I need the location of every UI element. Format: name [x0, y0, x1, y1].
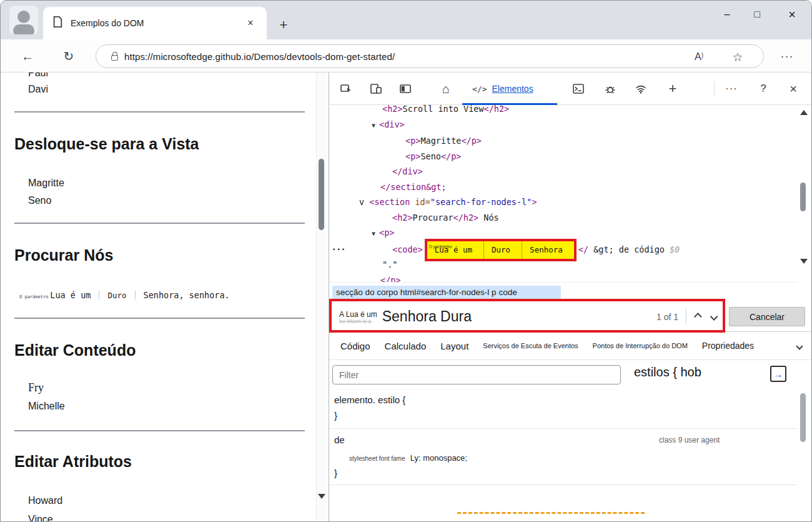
dom-text: "." — [382, 259, 397, 269]
code-fragment: Duro — [107, 291, 126, 300]
new-tab-button[interactable]: + — [274, 16, 293, 34]
dom-breadcrumb-bar: secção do corpo html#search-for-nodes-l … — [329, 282, 797, 301]
dom-tree-node[interactable]: ▼ <div> — [329, 117, 797, 134]
profile-avatar[interactable] — [9, 6, 38, 34]
list-item: Paul — [28, 73, 48, 79]
add-tools-icon[interactable]: + — [662, 81, 683, 97]
dom-tree-node[interactable]: •••<code>Lua é umO parâmetroDuroSenhora<… — [329, 242, 797, 258]
hov-cls-label[interactable]: estilos { hob — [634, 365, 701, 379]
dom-tree: <h2>Scroll into View</h2>▼ <div><p>Magri… — [329, 105, 797, 282]
debug-bug-icon[interactable] — [600, 81, 621, 97]
dom-tag: <p> — [405, 151, 420, 161]
back-button[interactable]: ← — [18, 47, 37, 66]
dom-tree-node[interactable]: <p>Magritte</p> — [329, 133, 797, 149]
tab-event-listeners[interactable]: Serviços de Escuta de Eventos — [483, 342, 578, 349]
tab-properties[interactable]: Propriedades — [702, 341, 754, 351]
list-item: Howard — [28, 495, 62, 506]
dom-tree-node[interactable]: <h2>Scroll into View</h2> — [329, 105, 797, 117]
home-icon[interactable]: ⌂ — [435, 81, 457, 97]
list-item: Davi — [28, 84, 48, 95]
console-icon[interactable] — [568, 81, 589, 97]
page-favicon — [52, 16, 63, 31]
dom-tag: <p> — [405, 136, 420, 146]
read-aloud-icon[interactable]: A) — [690, 48, 708, 66]
breadcrumb[interactable]: secção do corpo html#search-for-nodes-l … — [332, 286, 561, 299]
close-devtools-icon[interactable]: × — [783, 81, 804, 97]
rule-divider — [329, 484, 797, 485]
translation-micro-label: stylesheet font fame — [349, 455, 405, 462]
scrollbar-thumb[interactable] — [800, 393, 806, 442]
tab-layout[interactable]: Layout — [440, 341, 468, 351]
filter-input[interactable] — [332, 365, 621, 384]
search-input[interactable]: A Lua é um he Moon is a Senhora Dura 1 o… — [329, 301, 724, 332]
rule-origin-label: class 9 user agent — [659, 436, 720, 444]
tab-styles[interactable]: Código — [340, 341, 370, 351]
close-window-button[interactable]: × — [778, 1, 806, 28]
scrollbar-thumb[interactable] — [800, 183, 806, 211]
list-item: Fry — [28, 381, 44, 394]
scroll-up-icon[interactable] — [800, 110, 808, 115]
browser-tab[interactable]: Exemplos do DOM × — [43, 7, 267, 39]
element-style-selector[interactable]: elemento. estilo { — [334, 394, 405, 405]
dom-tree-node[interactable]: <h2>Procurar</h2> Nós — [329, 210, 797, 226]
more-options-icon[interactable]: ··· — [721, 81, 742, 97]
toolbar-divider — [714, 81, 715, 96]
dom-text: Nós — [478, 213, 499, 223]
search-query-large: Senhora Dura — [382, 308, 472, 325]
section-heading: Desloque-se para a Vista — [14, 135, 199, 153]
lock-icon[interactable] — [111, 55, 118, 61]
network-conditions-icon[interactable] — [630, 81, 651, 97]
avatar-body-icon — [13, 24, 34, 34]
styles-pane: elemento. estilo { } de class 9 user age… — [329, 389, 812, 522]
previous-match-icon[interactable] — [686, 306, 705, 328]
dom-tag: <code> — [392, 244, 423, 254]
scroll-down-icon[interactable] — [318, 499, 325, 510]
title-bar: Exemplos do DOM × + – □ × — [1, 1, 811, 39]
inspect-element-icon[interactable] — [335, 81, 357, 97]
styles-filter-row: estilos { hob → — [329, 360, 812, 389]
favorites-star-icon[interactable]: ☆ — [728, 48, 747, 66]
search-query-small: A Lua é um he Moon is a — [339, 310, 377, 324]
tabs-overflow-chevron-icon[interactable] — [797, 340, 802, 351]
dom-tag: </div> — [392, 166, 423, 176]
settings-more-icon[interactable]: ··· — [778, 47, 796, 66]
tab-elements[interactable]: </> Elementos — [462, 73, 543, 105]
minimize-button[interactable]: – — [713, 1, 741, 28]
list-item: Seno — [28, 195, 51, 206]
styles-panel-tabs: Código Calculado Layout Serviços de Escu… — [329, 332, 812, 360]
dom-tag: <section — [369, 197, 410, 207]
dom-tree-node[interactable]: v <section id="search-for-nodes-l"> — [329, 194, 797, 210]
tab-dom-breakpoints[interactable]: Pontos de Interrupção do DOM — [593, 342, 688, 349]
tab-close-icon[interactable]: × — [243, 16, 258, 31]
address-bar[interactable]: https://microsoftedge.github.io/Demos/de… — [96, 44, 764, 68]
maximize-button[interactable]: □ — [743, 1, 771, 28]
devtools-toolbar: ⌂ </> Elementos + ··· ? × — [329, 73, 812, 105]
dom-tree-node[interactable]: </div> — [329, 164, 797, 179]
tab-computed[interactable]: Calculado — [385, 341, 427, 351]
help-icon[interactable]: ? — [753, 81, 774, 97]
cancel-button[interactable]: Cancelar — [729, 307, 805, 326]
list-item: Michelle — [28, 401, 65, 412]
url-text[interactable]: https://microsoftedge.github.io/Demos/de… — [124, 51, 395, 62]
next-match-icon[interactable] — [705, 306, 724, 328]
node-options-dots-icon[interactable]: ••• — [332, 242, 346, 258]
page-scrollbar[interactable] — [316, 73, 326, 522]
translation-micro-label: O parâmetro — [19, 294, 48, 299]
style-property-line[interactable]: stylesheet font fame Ly: monospace; — [349, 452, 467, 463]
dock-side-icon[interactable] — [395, 81, 416, 97]
device-emulation-icon[interactable] — [365, 81, 387, 97]
dom-selected-marker: $0 — [665, 244, 680, 254]
scroll-down-icon[interactable] — [800, 259, 808, 264]
property-value[interactable]: Ly: monospace; — [410, 453, 467, 463]
new-style-rule-icon[interactable]: → — [770, 366, 786, 382]
dom-search-bar: A Lua é um he Moon is a Senhora Dura 1 o… — [329, 301, 812, 332]
elements-tab-label: Elementos — [492, 84, 533, 94]
dom-tree-node[interactable]: </p> — [329, 273, 797, 283]
dom-tree-node[interactable]: <p>Seno</p> — [329, 149, 797, 164]
scrollbar-thumb[interactable] — [319, 159, 324, 230]
refresh-button[interactable]: ↻ — [59, 47, 78, 66]
dom-tree-node[interactable]: </section&gt; — [329, 179, 797, 195]
closing-brace: } — [334, 468, 337, 478]
rule-selector[interactable]: de — [334, 434, 345, 445]
dom-tree-node[interactable]: "." — [329, 257, 797, 273]
